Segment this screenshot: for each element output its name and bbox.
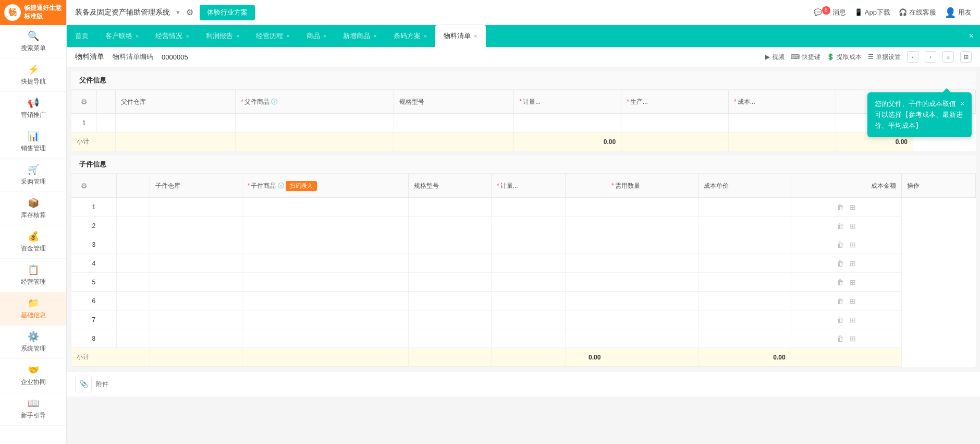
child-row3-warehouse[interactable] <box>116 235 150 254</box>
sidebar-item-finance[interactable]: 💰 资金管理 <box>0 225 66 259</box>
sidebar-item-basic-info[interactable]: 📁 基础信息 <box>0 292 66 326</box>
online-service-btn[interactable]: 🎧 在线客服 <box>899 8 936 17</box>
child-row6-goods[interactable] <box>150 292 242 310</box>
tooltip-close-btn[interactable]: × <box>960 99 964 110</box>
child-row6-unit[interactable] <box>408 292 491 310</box>
child-row8-warehouse[interactable] <box>116 329 150 348</box>
scan-input-btn[interactable]: 扫码录入 <box>286 181 317 191</box>
delete-row2-btn[interactable]: 🗑 <box>835 221 846 231</box>
child-row2-warehouse[interactable] <box>116 217 150 235</box>
copy-row7-btn[interactable]: ⊞ <box>848 315 858 325</box>
child-row1-goods[interactable] <box>150 198 242 217</box>
message-btn[interactable]: 💬 6 消息 <box>814 8 846 17</box>
tab-barcode-close[interactable]: × <box>424 33 427 39</box>
child-row2-goods[interactable] <box>150 217 242 235</box>
child-row7-spec[interactable] <box>242 310 408 329</box>
child-row1-unit[interactable] <box>408 198 491 217</box>
child-row5-warehouse[interactable] <box>116 273 150 292</box>
nav-list-btn[interactable]: ≡ <box>942 51 954 63</box>
sidebar-item-quick-nav[interactable]: ⚡ 快捷导航 <box>0 58 66 92</box>
attachment-btn[interactable]: 📎 <box>75 376 92 392</box>
settings-gear-icon[interactable]: ⚙ <box>186 7 193 17</box>
parent-row1-warehouse[interactable] <box>97 114 116 133</box>
child-row3-goods[interactable] <box>150 235 242 254</box>
user-menu[interactable]: 👤 用友 <box>945 7 972 18</box>
view-video-btn[interactable]: ▶ 视频 <box>765 53 785 62</box>
child-row8-quantity[interactable] <box>565 329 606 348</box>
tab-barcode[interactable]: 条码方案 × <box>385 25 435 47</box>
delete-row6-btn[interactable]: 🗑 <box>835 296 846 306</box>
sidebar-item-marketing[interactable]: 📢 营销推广 <box>0 92 66 125</box>
tab-home[interactable]: 首页 <box>67 25 97 47</box>
child-row1-warehouse[interactable] <box>116 198 150 217</box>
child-row4-unit[interactable] <box>408 254 491 273</box>
delete-row7-btn[interactable]: 🗑 <box>835 315 846 325</box>
tab-history[interactable]: 经营历程 × <box>248 25 298 47</box>
shortcut-btn[interactable]: ⌨ 快捷键 <box>791 53 820 62</box>
child-row3-unit-cost[interactable] <box>606 235 699 254</box>
tab-customer-close[interactable]: × <box>136 33 139 39</box>
sidebar-item-purchase[interactable]: 🛒 采购管理 <box>0 159 66 192</box>
child-row7-unit-cost[interactable] <box>606 310 699 329</box>
tab-customer[interactable]: 客户联络 × <box>97 25 147 47</box>
tab-operations-close[interactable]: × <box>186 33 189 39</box>
child-col-settings-icon[interactable]: ⚙ <box>77 178 91 193</box>
child-row3-quantity[interactable] <box>565 235 606 254</box>
child-row4-unit-cost[interactable] <box>606 254 699 273</box>
delete-row5-btn[interactable]: 🗑 <box>835 277 846 287</box>
child-row5-quantity[interactable] <box>565 273 606 292</box>
delete-row3-btn[interactable]: 🗑 <box>835 239 846 250</box>
child-row1-unit-cost[interactable] <box>606 198 699 217</box>
copy-row5-btn[interactable]: ⊞ <box>848 277 858 287</box>
app-download-btn[interactable]: 📱 App下载 <box>854 8 890 17</box>
child-row8-unit[interactable] <box>408 329 491 348</box>
child-row5-spec[interactable] <box>242 273 408 292</box>
child-row6-warehouse[interactable] <box>116 292 150 310</box>
child-row1-quantity[interactable] <box>565 198 606 217</box>
dropdown-arrow-icon[interactable]: ▾ <box>176 8 180 16</box>
child-row3-unit[interactable] <box>408 235 491 254</box>
copy-row8-btn[interactable]: ⊞ <box>848 333 858 344</box>
tab-profit[interactable]: 利润报告 × <box>198 25 248 47</box>
sidebar-item-guide[interactable]: 📖 新手引导 <box>0 392 66 426</box>
sidebar-item-sales[interactable]: 📊 销售管理 <box>0 125 66 159</box>
child-row7-warehouse[interactable] <box>116 310 150 329</box>
delete-row4-btn[interactable]: 🗑 <box>835 258 846 269</box>
sidebar-item-enterprise[interactable]: 🤝 企业协同 <box>0 359 66 392</box>
tab-goods[interactable]: 商品 × <box>298 25 335 47</box>
child-row4-quantity[interactable] <box>565 254 606 273</box>
copy-row4-btn[interactable]: ⊞ <box>848 258 858 269</box>
child-row8-goods[interactable] <box>150 329 242 348</box>
copy-row6-btn[interactable]: ⊞ <box>848 296 858 306</box>
child-row4-warehouse[interactable] <box>116 254 150 273</box>
child-row6-quantity[interactable] <box>565 292 606 310</box>
child-row6-spec[interactable] <box>242 292 408 310</box>
child-row7-quantity[interactable] <box>565 310 606 329</box>
sidebar-item-inventory[interactable]: 📦 库存核算 <box>0 192 66 225</box>
child-row1-spec[interactable] <box>242 198 408 217</box>
tab-new-goods-close[interactable]: × <box>373 33 376 39</box>
parent-col-settings-icon[interactable]: ⚙ <box>77 94 91 109</box>
nav-expand-btn[interactable]: ⊞ <box>960 51 972 63</box>
parent-row1-spec[interactable] <box>236 114 394 133</box>
copy-row3-btn[interactable]: ⊞ <box>848 239 858 250</box>
delete-row1-btn[interactable]: 🗑 <box>835 202 846 212</box>
copy-row1-btn[interactable]: ⊞ <box>848 202 858 212</box>
sidebar-item-search[interactable]: 🔍 搜索菜单 <box>0 25 66 58</box>
child-row5-goods[interactable] <box>150 273 242 292</box>
child-row5-unit-cost[interactable] <box>606 273 699 292</box>
child-row2-quantity[interactable] <box>565 217 606 235</box>
child-row4-spec[interactable] <box>242 254 408 273</box>
child-row8-spec[interactable] <box>242 329 408 348</box>
child-row7-unit[interactable] <box>408 310 491 329</box>
single-settings-btn[interactable]: ☰ 单据设置 <box>868 53 901 62</box>
parent-row1-production[interactable] <box>514 114 621 133</box>
trial-btn[interactable]: 体验行业方案 <box>200 5 255 20</box>
child-row4-goods[interactable] <box>150 254 242 273</box>
sidebar-item-system[interactable]: ⚙️ 系统管理 <box>0 326 66 359</box>
tab-goods-close[interactable]: × <box>323 33 326 39</box>
child-row6-unit-cost[interactable] <box>606 292 699 310</box>
copy-row2-btn[interactable]: ⊞ <box>848 221 858 231</box>
delete-row8-btn[interactable]: 🗑 <box>835 333 846 344</box>
parent-row1-unit[interactable] <box>394 114 514 133</box>
